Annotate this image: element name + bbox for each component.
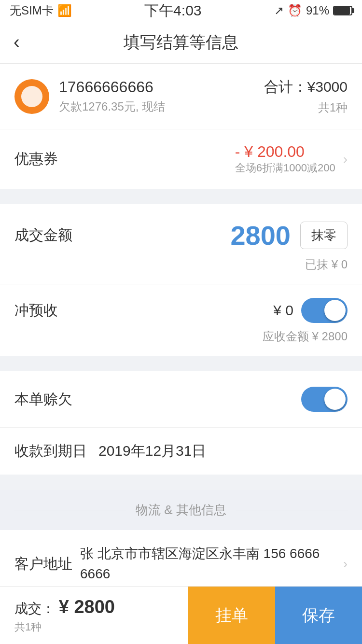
avatar [14,79,49,114]
debit-toggle[interactable] [301,387,348,412]
logistics-label: 物流 & 其他信息 [136,502,226,518]
deal-amount-section: 成交金额 2800 抹零 已抹 ¥ 0 冲预收 ¥ 0 应收金额 ¥ 2800 [0,204,362,356]
coupon-row[interactable]: 优惠券 - ¥ 200.00 全场6折满1000减200 › [0,129,362,189]
carrier-text: 无SIM卡 [10,3,54,18]
amount-row: 成交金额 2800 抹零 [0,204,362,255]
total-amount: 合计：¥3000 [264,77,348,97]
precharge-label: 冲预收 [14,301,58,321]
debit-label: 本单赊欠 [14,390,72,409]
nav-bar: ‹ 填写结算等信息 [0,21,362,64]
debit-toggle-knob [324,389,346,410]
address-label: 客户地址 [14,554,72,574]
customer-row: 17666666666 欠款1276.35元, 现结 合计：¥3000 共1种 [0,64,362,129]
bottom-sub: 共1种 [14,620,174,634]
battery-percent: 91% [306,4,329,17]
round-button[interactable]: 抹零 [300,222,348,249]
status-bar: 无SIM卡 📶 下午4:03 ↗ ⏰ 91% [0,0,362,21]
bottom-amount: ¥ 2800 [59,597,115,617]
precharge-amount: ¥ 0 [273,302,293,319]
back-button[interactable]: ‹ [14,32,20,53]
debit-section: 本单赊欠 收款到期日 2019年12月31日 [0,371,362,475]
precharge-sub: 应收金额 ¥ 2800 [0,327,362,356]
amount-right: 2800 抹零 [230,220,348,251]
amount-value: 2800 [230,220,291,251]
section-divider-2 [0,364,362,371]
customer-info: 17666666666 欠款1276.35元, 现结 [59,78,264,114]
location-icon: ↗ [274,4,284,17]
customer-sub-text: 欠款1276.35元, 现结 [59,99,264,114]
chevron-right-icon: › [343,152,348,167]
bottom-bar: 成交： ¥ 2800 共1种 挂单 保存 [0,586,362,644]
address-value: 张 北京市市辖区海淀区永丰南 156 6666 6666 [72,544,343,584]
total-sub: 共1种 [264,100,348,115]
section-divider-3 [0,482,362,490]
status-right: ↗ ⏰ 91% [274,4,352,17]
customer-total: 合计：¥3000 共1种 [264,77,348,115]
page-title: 填写结算等信息 [124,31,238,54]
sep-line-left [14,510,126,510]
status-left: 无SIM卡 📶 [10,3,72,18]
duedate-value: 2019年12月31日 [98,441,206,461]
coupon-desc: 全场6折满1000减200 [235,161,335,175]
coupon-label: 优惠券 [14,149,58,169]
deal-label: 成交： [14,601,55,616]
logistics-separator: 物流 & 其他信息 [0,490,362,530]
precharge-right: ¥ 0 [273,298,348,323]
save-button[interactable]: 保存 [275,587,362,644]
battery-icon [333,6,352,15]
section-divider-1 [0,196,362,204]
customer-section: 17666666666 欠款1276.35元, 现结 合计：¥3000 共1种 … [0,64,362,189]
bottom-amount-row: 成交： ¥ 2800 [14,597,174,618]
duedate-label: 收款到期日 [14,441,87,461]
toggle-knob [324,300,346,321]
duedate-row: 收款到期日 2019年12月31日 [0,427,362,475]
hang-button[interactable]: 挂单 [188,587,275,644]
precharge-row: 冲预收 ¥ 0 [0,284,362,327]
status-time: 下午4:03 [144,1,201,21]
coupon-discount: - ¥ 200.00 [235,143,335,161]
alarm-icon: ⏰ [288,4,302,17]
customer-phone: 17666666666 [59,78,264,96]
sep-line-right [236,510,348,510]
debit-row: 本单赊欠 [0,371,362,427]
precharge-toggle[interactable] [301,298,348,323]
address-chevron-icon: › [343,556,348,572]
amount-sub: 已抹 ¥ 0 [0,255,362,284]
coupon-right: - ¥ 200.00 全场6折满1000减200 › [235,143,348,175]
wifi-icon: 📶 [57,4,72,17]
amount-label: 成交金额 [14,225,72,245]
bottom-summary: 成交： ¥ 2800 共1种 [0,597,188,634]
